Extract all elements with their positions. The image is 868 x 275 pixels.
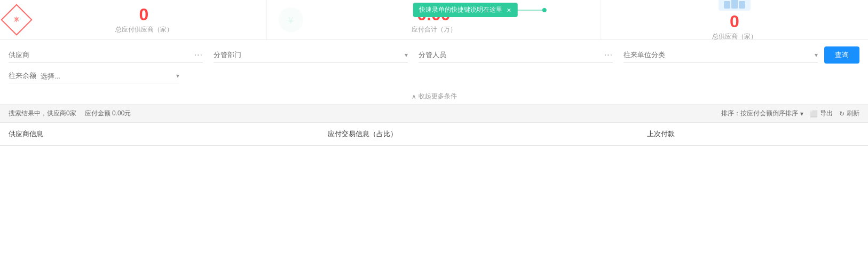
category-label: 往来单位分类 bbox=[624, 50, 665, 60]
balance-label: 往来余额 bbox=[9, 71, 36, 81]
logo-inner: 米 bbox=[14, 16, 19, 23]
stat-total-suppliers-label: 总供应商（家） bbox=[712, 32, 757, 41]
category-input[interactable] bbox=[669, 51, 815, 59]
refresh-label: 刷新 bbox=[847, 109, 859, 118]
col-last-payment-header: 上次付款 bbox=[647, 129, 860, 139]
tooltip-dot bbox=[542, 8, 546, 12]
department-label: 分管部门 bbox=[214, 50, 241, 60]
supplier-label: 供应商 bbox=[9, 50, 29, 60]
collapse-label: 收起更多条件 bbox=[419, 92, 457, 101]
stat-payable-suppliers-label: 总应付供应商（家） bbox=[115, 25, 173, 34]
tooltip-close-button[interactable]: × bbox=[507, 6, 511, 14]
stats-bar: 米 0 总应付供应商（家） ¥ 0.00 应付合计（万） 快速录单的快捷键说明在… bbox=[0, 0, 868, 40]
svg-rect-3 bbox=[731, 0, 738, 9]
svg-rect-2 bbox=[724, 1, 730, 9]
svg-text:¥: ¥ bbox=[288, 15, 294, 26]
coin-icon: ¥ bbox=[278, 6, 304, 33]
stat-payable-suppliers: 0 总应付供应商（家） bbox=[0, 0, 267, 40]
payable-amount-text: 应付金额 0.00元 bbox=[85, 109, 131, 118]
balance-filter: 往来余额 ▾ bbox=[9, 69, 179, 83]
supplier-input[interactable] bbox=[34, 51, 194, 59]
export-button[interactable]: ⬜ 导出 bbox=[810, 109, 833, 118]
supplier-filter: 供应商 ··· bbox=[9, 48, 203, 62]
filter-section: 供应商 ··· 分管部门 ▾ 分管人员 ··· 往来单位分类 ▾ 查询 往来余额… bbox=[0, 40, 868, 105]
shortcut-tooltip: 快速录单的快捷键说明在这里 × bbox=[413, 3, 517, 17]
logo: 米 bbox=[5, 9, 28, 31]
stat-payable-suppliers-number: 0 bbox=[139, 6, 149, 23]
category-arrow-icon[interactable]: ▾ bbox=[815, 51, 818, 59]
stat-payable-total: ¥ 0.00 应付合计（万） 快速录单的快捷键说明在这里 × bbox=[267, 0, 601, 40]
col-transaction-header: 应付交易信息（占比） bbox=[328, 129, 647, 139]
manager-input[interactable] bbox=[451, 51, 604, 59]
refresh-button[interactable]: ↻ 刷新 bbox=[839, 109, 859, 118]
manager-more-icon[interactable]: ··· bbox=[604, 50, 613, 60]
svg-rect-4 bbox=[739, 1, 745, 9]
logo-diamond: 米 bbox=[1, 4, 32, 35]
query-button[interactable]: 查询 bbox=[824, 46, 859, 64]
table-body bbox=[0, 146, 868, 275]
filter-row-2: 往来余额 ▾ bbox=[9, 69, 859, 83]
balance-arrow-icon[interactable]: ▾ bbox=[176, 72, 179, 80]
export-icon: ⬜ bbox=[810, 110, 818, 117]
supplier-more-icon[interactable]: ··· bbox=[194, 50, 203, 60]
col-supplier-header: 供应商信息 bbox=[9, 129, 328, 139]
result-info: 搜索结果中，供应商0家 应付金额 0.00元 bbox=[9, 109, 131, 118]
suppliers-icon-box bbox=[719, 0, 751, 11]
department-input[interactable] bbox=[246, 51, 405, 59]
department-arrow-icon[interactable]: ▾ bbox=[405, 51, 408, 59]
stat-payable-total-label: 应付合计（万） bbox=[412, 25, 456, 34]
suppliers-icon bbox=[724, 0, 745, 11]
table-header: 供应商信息 应付交易信息（占比） 上次付款 bbox=[0, 123, 868, 146]
tooltip-text: 快速录单的快捷键说明在这里 bbox=[419, 5, 502, 14]
result-bar: 搜索结果中，供应商0家 应付金额 0.00元 排序：按应付会额倒序排序 ▾ ⬜ … bbox=[0, 105, 868, 123]
filter-row-1: 供应商 ··· 分管部门 ▾ 分管人员 ··· 往来单位分类 ▾ 查询 bbox=[9, 46, 859, 64]
result-actions: 排序：按应付会额倒序排序 ▾ ⬜ 导出 ↻ 刷新 bbox=[721, 109, 859, 118]
search-result-text: 搜索结果中，供应商0家 bbox=[9, 109, 76, 118]
balance-input[interactable] bbox=[41, 72, 176, 80]
collapse-button[interactable]: ∧ 收起更多条件 bbox=[9, 89, 859, 104]
department-filter: 分管部门 ▾ bbox=[214, 48, 408, 62]
sort-label: 排序：按应付会额倒序排序 bbox=[721, 109, 798, 118]
category-filter: 往来单位分类 ▾ bbox=[624, 48, 818, 62]
sort-selector[interactable]: 排序：按应付会额倒序排序 ▾ bbox=[721, 109, 803, 118]
sort-arrow-icon: ▾ bbox=[800, 110, 803, 117]
collapse-up-icon: ∧ bbox=[412, 93, 416, 100]
manager-filter: 分管人员 ··· bbox=[419, 48, 613, 62]
refresh-icon: ↻ bbox=[839, 110, 845, 117]
export-label: 导出 bbox=[820, 109, 833, 118]
stat-total-suppliers-number: 0 bbox=[730, 13, 739, 30]
manager-label: 分管人员 bbox=[419, 50, 446, 60]
stat-total-suppliers: 0 总供应商（家） bbox=[601, 0, 868, 40]
